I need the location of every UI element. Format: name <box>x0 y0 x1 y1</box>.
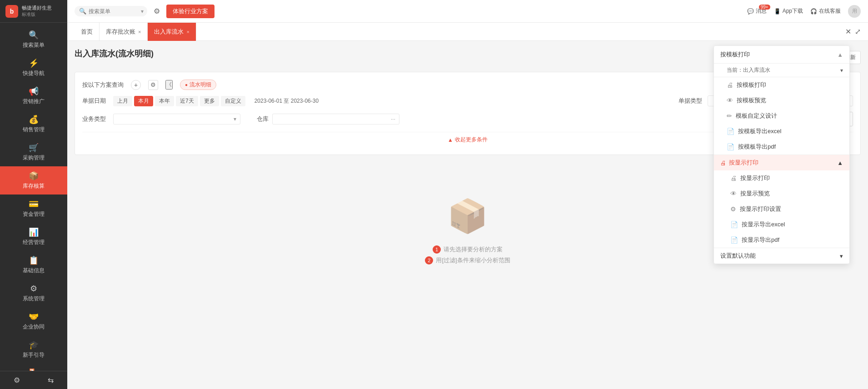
date-filter-tags: 上月本月本年近7天更多自定义 <box>113 96 245 106</box>
dropdown-display-display-export-excel[interactable]: 📄按显示导出excel <box>714 217 849 232</box>
enterprise-icon: 🤝 <box>29 312 39 322</box>
business-type-label: 业务类型 <box>82 115 106 123</box>
tabbar-right: ✕ ⤢ <box>845 27 861 36</box>
warehouse-select[interactable]: ··· <box>272 114 399 125</box>
display-print-label: 按显示打印 <box>740 174 770 182</box>
dropdown-item-template-print[interactable]: 🖨按模板打印 <box>714 77 849 93</box>
dropdown-current-template[interactable]: 当前：出入库流水 ▾ <box>714 64 849 77</box>
search-dropdown-icon[interactable]: ▾ <box>141 8 144 15</box>
dropdown-display-display-print[interactable]: 🖨按显示打印 <box>714 170 849 186</box>
tab-home[interactable]: 首页 <box>75 23 100 41</box>
collapse-bar-label: 收起更多条件 <box>455 136 488 144</box>
dropdown-display-display-export-pdf[interactable]: 📄按显示导出pdf <box>714 232 849 248</box>
dropdown-display-display-preview[interactable]: 👁按显示预览 <box>714 186 849 201</box>
marketing-label: 营销推广 <box>23 98 45 105</box>
topbar: 🔍 ▾ ⚙ 体验行业方案 💬 消息 99+ 📱 App下载 🎧 在线客服 用 <box>67 0 868 23</box>
search-input[interactable] <box>89 8 139 15</box>
sidebar-item-guide[interactable]: 🎓 新手引导 <box>0 335 67 364</box>
display-print-settings-icon: ⚙ <box>730 205 736 213</box>
tab-batch-close[interactable]: × <box>138 29 141 35</box>
sidebar-item-inventory[interactable]: 📦 库存核算 <box>0 166 67 194</box>
sidebar-item-search[interactable]: 🔍 搜索菜单 <box>0 25 67 54</box>
date-tag-上月[interactable]: 上月 <box>113 96 132 106</box>
sidebar-item-operations[interactable]: 📊 经营管理 <box>0 223 67 251</box>
display-export-excel-icon: 📄 <box>730 221 738 228</box>
marketing-icon: 📢 <box>29 86 39 96</box>
dropdown-header-arrow[interactable]: ▲ <box>837 51 843 58</box>
dropdown-item-template-customize[interactable]: ✏模板自定义设计 <box>714 108 849 124</box>
enterprise-label: 企业协同 <box>23 323 45 331</box>
filter-collapse-button[interactable]: 《 <box>165 80 173 90</box>
date-tag-本年[interactable]: 本年 <box>155 96 174 106</box>
trial-button[interactable]: 体验行业方案 <box>166 5 215 18</box>
display-print-settings-label: 按显示打印设置 <box>740 205 781 213</box>
sidebar-item-basics[interactable]: 📋 基础信息 <box>0 251 67 279</box>
dropdown-footer-arrow: ▾ <box>840 253 843 259</box>
sidebar-item-enterprise[interactable]: 🤝 企业协同 <box>0 307 67 335</box>
tab-batch-label: 库存批次账 <box>106 28 135 36</box>
type-label: 单据类型 <box>678 97 702 105</box>
dropdown-item-template-preview[interactable]: 👁按模板预览 <box>714 93 849 108</box>
guide-label: 新手引导 <box>23 351 45 359</box>
message-button[interactable]: 💬 消息 99+ <box>747 7 767 15</box>
headset-icon: 🎧 <box>810 8 817 15</box>
business-type-select[interactable]: ▾ <box>113 114 240 125</box>
tab-flow[interactable]: 出入库流水× <box>148 23 196 41</box>
message-icon: 💬 <box>747 8 754 15</box>
purchase-icon: 🛒 <box>29 143 39 153</box>
sidebar-item-finance[interactable]: 💳 资金管理 <box>0 194 67 223</box>
search-icon: 🔍 <box>79 8 86 15</box>
online-service-button[interactable]: 🎧 在线客服 <box>810 7 841 15</box>
topbar-gear-icon[interactable]: ⚙ <box>154 7 160 15</box>
dropdown-item-template-export-pdf[interactable]: 📄按模板导出pdf <box>714 139 849 155</box>
quicknav-icon: ⚡ <box>29 58 39 68</box>
display-printer-icon: 🖨 <box>720 160 726 166</box>
sidebar-toggle-icon[interactable]: ⇆ <box>48 376 54 384</box>
quicknav-label: 快捷导航 <box>23 70 45 77</box>
tab-batch[interactable]: 库存批次账× <box>100 23 148 41</box>
sidebar-nav: 🔍 搜索菜单 ⚡ 快捷导航 📢 营销推广 💰 销售管理 🛒 采购管理 📦 库存核… <box>0 23 67 371</box>
current-template-arrow: ▾ <box>840 67 843 74</box>
tab-close-all-icon[interactable]: ✕ <box>845 27 851 36</box>
filter-settings-button[interactable]: ⚙ <box>148 80 158 90</box>
template-customize-icon: ✏ <box>727 112 732 120</box>
display-export-pdf-label: 按显示导出pdf <box>742 236 779 244</box>
tab-flow-label: 出入库流水 <box>154 28 184 36</box>
dropdown-item-template-export-excel[interactable]: 📄按模板导出excel <box>714 124 849 139</box>
date-tag-本月[interactable]: 本月 <box>134 96 153 106</box>
dropdown-display-section-header[interactable]: 🖨 按显示打印 ▲ <box>714 155 849 170</box>
filter-breadcrumb-item[interactable]: ● 流水明细 <box>180 80 216 90</box>
inventory-label: 库存核算 <box>23 182 45 190</box>
template-customize-label: 模板自定义设计 <box>736 112 777 120</box>
inventory-icon: 📦 <box>29 171 39 181</box>
dropdown-footer[interactable]: 设置默认功能 ▾ <box>714 248 849 264</box>
sidebar-item-purchase[interactable]: 🛒 采购管理 <box>0 138 67 166</box>
sidebar-item-quicknav[interactable]: ⚡ 快捷导航 <box>0 54 67 82</box>
sidebar-item-marketing[interactable]: 📢 营销推广 <box>0 82 67 110</box>
empty-icon: 📦 <box>447 197 488 235</box>
display-preview-icon: 👁 <box>730 190 737 197</box>
date-tag-自定义[interactable]: 自定义 <box>221 96 245 106</box>
topbar-right: 💬 消息 99+ 📱 App下载 🎧 在线客服 用 <box>747 5 861 18</box>
display-print-icon: 🖨 <box>730 175 737 182</box>
tab-flow-close[interactable]: × <box>186 29 189 35</box>
date-tag-近7天[interactable]: 近7天 <box>176 96 198 106</box>
display-section-label: 🖨 按显示打印 <box>720 159 758 167</box>
sidebar-settings-icon[interactable]: ⚙ <box>14 376 20 384</box>
sidebar: b 畅捷通好生意 标准版 🔍 搜索菜单 ⚡ 快捷导航 📢 营销推广 💰 销售管理… <box>0 0 67 389</box>
tab-expand-icon[interactable]: ⤢ <box>855 27 861 36</box>
user-avatar[interactable]: 用 <box>848 5 861 18</box>
app-download-label: App下载 <box>783 7 803 15</box>
sidebar-item-sales[interactable]: 💰 销售管理 <box>0 110 67 138</box>
tab-home-label: 首页 <box>81 28 93 36</box>
date-tag-更多[interactable]: 更多 <box>200 96 219 106</box>
basics-icon: 📋 <box>29 255 39 265</box>
app-download-button[interactable]: 📱 App下载 <box>774 7 803 15</box>
filter-add-button[interactable]: + <box>131 80 141 90</box>
filter-collapse-icon: 《 <box>166 81 172 89</box>
dropdown-template-items: 🖨按模板打印👁按模板预览✏模板自定义设计📄按模板导出excel📄按模板导出pdf <box>714 77 849 155</box>
sidebar-item-appstore[interactable]: 🏪 应用中心 <box>0 364 67 371</box>
sidebar-item-system[interactable]: ⚙ 系统管理 <box>0 279 67 307</box>
breadcrumb-dot-icon: ● <box>185 82 188 87</box>
dropdown-display-display-print-settings[interactable]: ⚙按显示打印设置 <box>714 201 849 217</box>
